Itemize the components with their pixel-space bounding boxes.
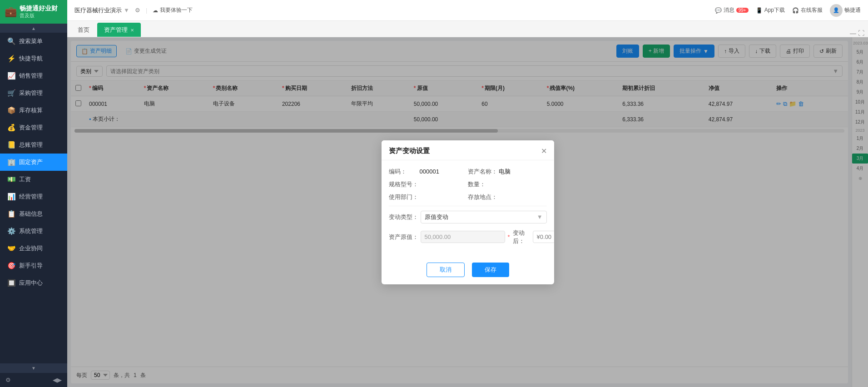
user-area[interactable]: 👤 畅捷通 <box>830 4 861 17</box>
ledger-icon: 📒 <box>7 141 15 149</box>
dialog-name-label: 资产名称： <box>468 168 499 176</box>
sidebar-item-label: 经营管理 <box>19 193 43 201</box>
dialog-change-type-select[interactable]: 原值变动 ▼ <box>421 211 547 223</box>
sidebar-item-label: 新手引导 <box>19 262 43 270</box>
window-maximize-icon[interactable]: ⛶ <box>858 30 864 37</box>
settings-icon[interactable]: ⚙ <box>5 377 11 383</box>
user-avatar: 👤 <box>830 4 843 17</box>
sidebar-item-label: 企业协同 <box>19 244 43 253</box>
sidebar-item-operations[interactable]: 📊 经营管理 <box>0 188 67 205</box>
dialog-header: 资产变动设置 ✕ <box>382 140 554 160</box>
finance-icon: 💰 <box>7 124 15 132</box>
purchase-icon: 🛒 <box>7 89 15 97</box>
basics-icon: 📋 <box>7 210 15 218</box>
dialog-code-row: 编码： 000001 资产名称： 电脑 <box>389 168 547 176</box>
payroll-icon: 💵 <box>7 175 15 184</box>
sidebar-scroll-down[interactable]: ▼ <box>0 363 67 372</box>
dialog-value-row: 资产原值： * 变动后： <box>389 229 547 245</box>
app-logo: 💼 畅捷通好业财 普及版 <box>0 0 67 24</box>
dialog-spec-label: 规格型号： <box>389 180 420 189</box>
sidebar: 💼 畅捷通好业财 普及版 ▲ 🔍 搜索菜单 ⚡ 快捷导航 📈 销售管理 🛒 采购… <box>0 0 67 387</box>
customer-service-label: 在线客服 <box>801 6 823 14</box>
sidebar-bottom: ⚙ ◀▶ <box>0 372 67 387</box>
sidebar-item-enterprise[interactable]: 🤝 企业协同 <box>0 240 67 257</box>
dialog-after-change-input[interactable] <box>533 231 554 243</box>
sidebar-item-label: 应用中心 <box>19 279 43 287</box>
content-area: 📋 资产明细 📄 变更生成凭证 刘账 + 新增 批量操作 ▼ <box>67 37 868 387</box>
main-area: 医疗器械行业演示 ▼ ⚙ | ☁ 我要体验一下 💬 消息 99+ 📱 App下载… <box>67 0 868 387</box>
sidebar-item-inventory[interactable]: 📦 库存核算 <box>0 102 67 119</box>
sidebar-item-fixed-assets[interactable]: 🏢 固定资产 <box>0 154 67 171</box>
settings-topbar-icon[interactable]: ⚙ <box>135 7 140 14</box>
tabbar: 首页 资产管理 ✕ — ⛶ <box>67 21 868 37</box>
dialog-code-label: 编码： <box>389 168 420 176</box>
sidebar-item-basics[interactable]: 📋 基础信息 <box>0 205 67 223</box>
user-name: 畅捷通 <box>844 6 861 14</box>
sidebar-item-label: 库存核算 <box>19 106 43 114</box>
search-icon: 🔍 <box>7 37 15 45</box>
dialog-change-type-value: 原值变动 <box>425 213 448 221</box>
sidebar-item-apps[interactable]: 🔲 应用中心 <box>0 274 67 292</box>
operations-icon: 📊 <box>7 193 15 201</box>
dialog-after-change-label: 变动后： <box>513 229 533 245</box>
asset-change-dialog: 资产变动设置 ✕ 编码： 000001 资产名称： 电脑 规格型号： 数量： <box>382 140 554 284</box>
dialog-close-button[interactable]: ✕ <box>541 147 547 155</box>
sidebar-item-label: 资金管理 <box>19 124 43 132</box>
window-minimize-icon[interactable]: — <box>850 30 856 37</box>
message-btn[interactable]: 💬 消息 99+ <box>715 6 749 14</box>
sidebar-item-finance[interactable]: 💰 资金管理 <box>0 119 67 136</box>
dialog-name-value: 电脑 <box>499 168 547 176</box>
sidebar-item-label: 系统管理 <box>19 227 43 235</box>
experience-icon: ☁ <box>153 7 158 14</box>
tab-asset-management[interactable]: 资产管理 ✕ <box>97 23 141 37</box>
dialog-spec-row: 规格型号： 数量： <box>389 180 547 189</box>
dialog-change-type-dropdown-icon: ▼ <box>537 213 543 220</box>
app-edition: 普及版 <box>20 12 58 19</box>
dialog-change-type-row: 变动类型： 原值变动 ▼ <box>389 211 547 223</box>
sidebar-item-search[interactable]: 🔍 搜索菜单 <box>0 33 67 50</box>
experience-btn[interactable]: ☁ 我要体验一下 <box>153 6 193 14</box>
sidebar-item-purchase[interactable]: 🛒 采购管理 <box>0 84 67 102</box>
enterprise-icon: 🤝 <box>7 244 15 253</box>
experience-label: 我要体验一下 <box>160 6 193 14</box>
tab-home[interactable]: 首页 <box>71 23 96 37</box>
sidebar-item-payroll[interactable]: 💵 工资 <box>0 171 67 188</box>
sidebar-item-label: 采购管理 <box>19 89 43 97</box>
message-badge: 99+ <box>736 8 749 13</box>
dialog-dept-label: 使用部门： <box>389 193 420 201</box>
tab-close-icon[interactable]: ✕ <box>130 28 134 33</box>
tab-home-label: 首页 <box>78 26 89 34</box>
sidebar-item-ledger[interactable]: 📒 总账管理 <box>0 136 67 154</box>
modal-overlay: 资产变动设置 ✕ 编码： 000001 资产名称： 电脑 规格型号： 数量： <box>67 37 868 387</box>
guide-icon: 🎯 <box>7 262 15 270</box>
sidebar-item-quicknav[interactable]: ⚡ 快捷导航 <box>0 50 67 67</box>
sidebar-item-system[interactable]: ⚙️ 系统管理 <box>0 223 67 240</box>
company-name: 医疗器械行业演示 <box>74 6 122 15</box>
company-selector[interactable]: 医疗器械行业演示 ▼ <box>74 6 129 15</box>
sidebar-scroll-up[interactable]: ▲ <box>0 24 67 33</box>
dialog-change-type-label: 变动类型： <box>389 213 421 221</box>
quicknav-icon: ⚡ <box>7 55 15 63</box>
collapse-icon[interactable]: ◀▶ <box>53 377 62 383</box>
customer-service-btn[interactable]: 🎧 在线客服 <box>792 6 823 14</box>
sidebar-item-guide[interactable]: 🎯 新手引导 <box>0 257 67 274</box>
topbar-right: 💬 消息 99+ 📱 App下载 🎧 在线客服 👤 畅捷通 <box>715 4 861 17</box>
app-download-btn[interactable]: 📱 App下载 <box>756 6 785 14</box>
tab-asset-management-label: 资产管理 <box>104 26 128 34</box>
dialog-original-value-label: 资产原值： <box>389 233 421 241</box>
app-download-icon: 📱 <box>756 7 763 14</box>
app-download-label: App下载 <box>764 6 785 14</box>
app-name: 畅捷通好业财 <box>20 5 58 12</box>
dialog-title: 资产变动设置 <box>389 147 430 155</box>
dialog-divider <box>389 206 547 206</box>
logo-icon: 💼 <box>5 6 17 18</box>
dialog-dept-row: 使用部门： 存放地点： <box>389 193 547 201</box>
save-button[interactable]: 保存 <box>472 263 509 277</box>
sidebar-item-sales[interactable]: 📈 销售管理 <box>0 67 67 84</box>
cancel-button[interactable]: 取消 <box>427 263 465 277</box>
message-label: 消息 <box>724 6 734 14</box>
message-icon: 💬 <box>715 7 722 14</box>
sidebar-item-label: 固定资产 <box>19 158 43 166</box>
sales-icon: 📈 <box>7 72 15 80</box>
sidebar-item-label: 搜索菜单 <box>19 37 43 45</box>
